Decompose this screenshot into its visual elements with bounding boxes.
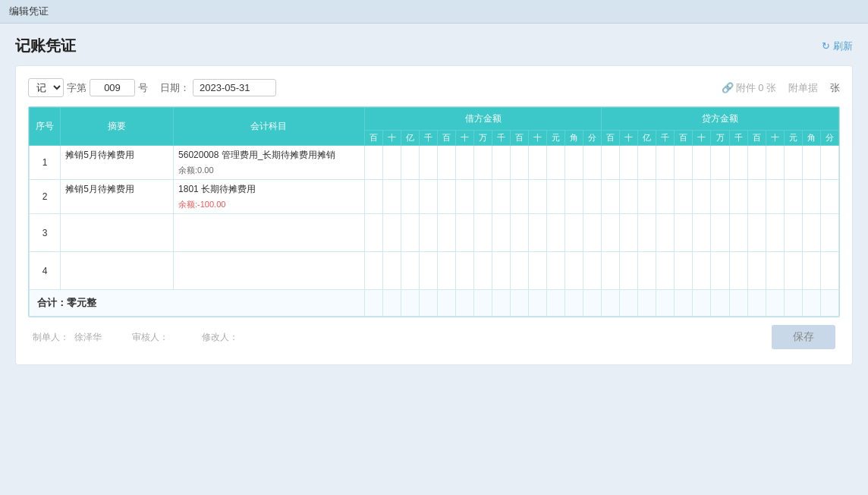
row-0-amt-6[interactable]	[474, 146, 492, 180]
row-3-amt-6[interactable]	[474, 252, 492, 290]
row-2-amt-12[interactable]	[583, 214, 602, 252]
row-3-amt-13[interactable]	[602, 252, 620, 290]
row-1-amt-8[interactable]	[511, 180, 529, 214]
row-1-amt-18[interactable]	[693, 180, 711, 214]
row-1-amt-22[interactable]	[766, 180, 784, 214]
row-2-amt-25[interactable]	[820, 214, 838, 252]
row-1-amt-20[interactable]	[729, 180, 747, 214]
row-3-amt-19[interactable]	[711, 252, 729, 290]
row-0-amt-0[interactable]	[364, 146, 382, 180]
row-2-amt-23[interactable]	[784, 214, 802, 252]
row-2-amt-7[interactable]	[492, 214, 511, 252]
row-3-amt-7[interactable]	[492, 252, 511, 290]
row-summary-3[interactable]	[61, 252, 174, 290]
row-3-amt-12[interactable]	[583, 252, 602, 290]
row-0-amt-24[interactable]	[802, 146, 820, 180]
row-1-amt-6[interactable]	[474, 180, 492, 214]
row-2-amt-13[interactable]	[602, 214, 620, 252]
row-0-amt-25[interactable]	[820, 146, 838, 180]
row-0-amt-2[interactable]	[401, 146, 419, 180]
row-1-amt-23[interactable]	[784, 180, 802, 214]
row-1-amt-5[interactable]	[456, 180, 474, 214]
row-3-amt-10[interactable]	[547, 252, 565, 290]
row-1-amt-13[interactable]	[602, 180, 620, 214]
row-1-amt-24[interactable]	[802, 180, 820, 214]
row-1-amt-7[interactable]	[492, 180, 511, 214]
row-account-0[interactable]: 56020008 管理费用_长期待摊费用摊销余额:0.00	[174, 146, 365, 180]
row-3-amt-22[interactable]	[766, 252, 784, 290]
row-2-amt-4[interactable]	[438, 214, 456, 252]
row-3-amt-15[interactable]	[638, 252, 656, 290]
row-1-amt-10[interactable]	[547, 180, 565, 214]
row-summary-1[interactable]: 摊销5月待摊费用	[61, 180, 174, 214]
row-0-amt-3[interactable]	[419, 146, 437, 180]
row-3-amt-20[interactable]	[729, 252, 747, 290]
row-3-amt-17[interactable]	[675, 252, 693, 290]
row-3-amt-4[interactable]	[438, 252, 456, 290]
row-0-amt-14[interactable]	[620, 146, 638, 180]
row-2-amt-10[interactable]	[547, 214, 565, 252]
row-2-amt-21[interactable]	[747, 214, 766, 252]
row-0-amt-21[interactable]	[747, 146, 766, 180]
row-0-amt-10[interactable]	[547, 146, 565, 180]
row-2-amt-5[interactable]	[456, 214, 474, 252]
row-summary-2[interactable]	[61, 214, 174, 252]
row-0-amt-17[interactable]	[675, 146, 693, 180]
row-2-amt-2[interactable]	[401, 214, 419, 252]
row-1-amt-16[interactable]	[656, 180, 675, 214]
row-2-amt-22[interactable]	[766, 214, 784, 252]
row-1-amt-1[interactable]	[382, 180, 401, 214]
row-1-amt-19[interactable]	[711, 180, 729, 214]
row-3-amt-9[interactable]	[529, 252, 547, 290]
row-0-amt-16[interactable]	[656, 146, 675, 180]
row-0-amt-23[interactable]	[784, 146, 802, 180]
row-0-amt-7[interactable]	[492, 146, 511, 180]
row-2-amt-18[interactable]	[693, 214, 711, 252]
row-3-amt-24[interactable]	[802, 252, 820, 290]
row-3-amt-16[interactable]	[656, 252, 675, 290]
row-2-amt-1[interactable]	[382, 214, 401, 252]
row-0-amt-18[interactable]	[693, 146, 711, 180]
row-2-amt-11[interactable]	[565, 214, 583, 252]
row-2-amt-17[interactable]	[675, 214, 693, 252]
row-1-amt-2[interactable]	[401, 180, 419, 214]
row-0-amt-4[interactable]	[438, 146, 456, 180]
row-0-amt-19[interactable]	[711, 146, 729, 180]
row-account-1[interactable]: 1801 长期待摊费用余额:-100.00	[174, 180, 365, 214]
row-3-amt-23[interactable]	[784, 252, 802, 290]
row-2-amt-16[interactable]	[656, 214, 675, 252]
row-3-amt-14[interactable]	[620, 252, 638, 290]
row-0-amt-9[interactable]	[529, 146, 547, 180]
row-3-amt-0[interactable]	[364, 252, 382, 290]
row-1-amt-12[interactable]	[583, 180, 602, 214]
row-2-amt-8[interactable]	[511, 214, 529, 252]
row-3-amt-18[interactable]	[693, 252, 711, 290]
row-0-amt-8[interactable]	[511, 146, 529, 180]
row-0-amt-5[interactable]	[456, 146, 474, 180]
row-3-amt-11[interactable]	[565, 252, 583, 290]
row-1-amt-4[interactable]	[438, 180, 456, 214]
row-2-amt-3[interactable]	[419, 214, 437, 252]
row-2-amt-24[interactable]	[802, 214, 820, 252]
attachment-link[interactable]: 🔗 附件 0 张	[722, 81, 776, 95]
row-3-amt-21[interactable]	[747, 252, 766, 290]
row-2-amt-6[interactable]	[474, 214, 492, 252]
type-select[interactable]: 记	[28, 78, 64, 97]
row-2-amt-9[interactable]	[529, 214, 547, 252]
row-3-amt-8[interactable]	[511, 252, 529, 290]
row-account-3[interactable]	[174, 252, 365, 290]
row-3-amt-3[interactable]	[419, 252, 437, 290]
row-0-amt-1[interactable]	[382, 146, 401, 180]
row-1-amt-9[interactable]	[529, 180, 547, 214]
row-1-amt-21[interactable]	[747, 180, 766, 214]
row-2-amt-0[interactable]	[364, 214, 382, 252]
row-3-amt-5[interactable]	[456, 252, 474, 290]
refresh-button[interactable]: ↻ 刷新	[822, 39, 853, 53]
row-0-amt-15[interactable]	[638, 146, 656, 180]
attachment-single-link[interactable]: 附单据	[788, 81, 818, 95]
row-1-amt-0[interactable]	[364, 180, 382, 214]
row-3-amt-25[interactable]	[820, 252, 838, 290]
date-input[interactable]	[193, 79, 276, 96]
row-1-amt-14[interactable]	[620, 180, 638, 214]
row-0-amt-12[interactable]	[583, 146, 602, 180]
